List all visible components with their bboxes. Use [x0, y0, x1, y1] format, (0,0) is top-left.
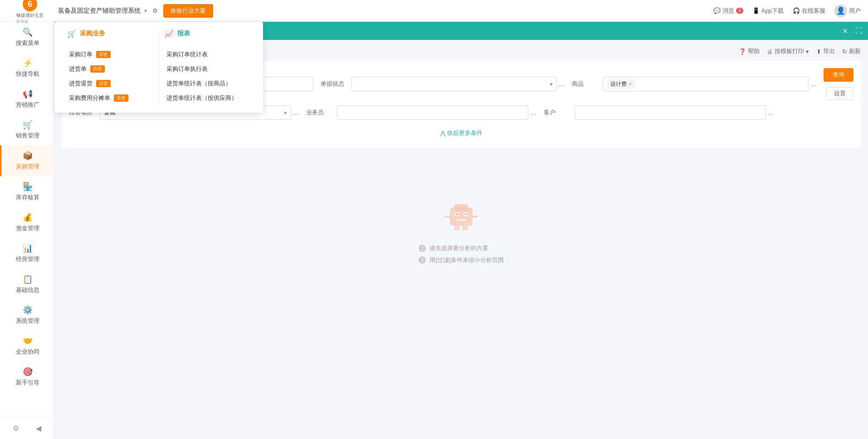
svg-rect-1 [454, 204, 468, 212]
sidebar-item-sys-mgmt[interactable]: ⚙️ 系统管理 [0, 300, 54, 330]
settings-button[interactable]: 设置 [826, 87, 853, 100]
document-status-dots[interactable]: ... [559, 80, 565, 88]
sidebar-bottom: ⚙ ◀ [0, 417, 54, 439]
menu-item-label: 采购订单 [69, 50, 93, 59]
notifications-action[interactable]: 💬 消息 9 [713, 7, 743, 15]
industry-button[interactable]: 体验行业方案 [163, 4, 213, 18]
sidebar-item-label: 资金管理 [16, 224, 39, 232]
sidebar-item-purchase[interactable]: 📦 采购管理 [0, 145, 54, 176]
menu-item-order-exec[interactable]: 采购订单执行表 [165, 62, 251, 76]
salesperson-dots[interactable]: ... [530, 109, 536, 117]
target-icon: 🎯 [23, 367, 33, 377]
sidebar-item-sales[interactable]: 🛒 销售管理 [0, 114, 54, 145]
sidebar-item-base-info[interactable]: 📋 基础信息 [0, 269, 54, 300]
sidebar-item-search-menu[interactable]: 🔍 搜索菜单 [0, 22, 54, 53]
sidebar-item-inventory[interactable]: 🏪 库存核算 [0, 176, 54, 207]
document-status-select[interactable]: ▾ [351, 77, 557, 91]
svg-rect-6 [457, 219, 466, 221]
filter-salesperson: 业务员 ... [306, 105, 536, 120]
online-service-action[interactable]: 🎧 在线客服 [793, 7, 825, 15]
store-icon: 🏪 [23, 182, 33, 192]
chevron-down-icon[interactable]: ▾ [144, 8, 147, 14]
system-title-area: 装备及固定资产辅助管理系统 ▾ ⚙ 体验行业方案 [58, 4, 708, 18]
headset-icon: 🎧 [793, 7, 800, 14]
print-dropdown-icon: ▾ [806, 48, 809, 55]
customer-dots[interactable]: ... [768, 109, 774, 117]
sidebar-item-operations[interactable]: 📊 经营管理 [0, 238, 54, 269]
print-template-action[interactable]: 🖨 按模板打印 ▾ [767, 47, 809, 55]
help-action[interactable]: ❓ 帮助 [739, 47, 760, 55]
app-download-action[interactable]: 📱 App下载 [752, 7, 784, 15]
goods-label: 商品 [572, 80, 599, 88]
filter-document-status: 单据状态 ▾ ... [321, 77, 565, 91]
tip-num-2: 2 [419, 256, 426, 264]
customer-label: 客户 [544, 109, 571, 117]
tab-maximize-icon[interactable]: ⛶ [853, 25, 864, 37]
svg-point-4 [456, 213, 458, 215]
query-button[interactable]: 查询 [824, 68, 853, 82]
export-action[interactable]: ⬆ 导出 [816, 47, 835, 55]
purchase-dropdown-menu: 🛒 采购业务 采购订单 历史 进货单 历史 进货退货 历史 采购费用分摊单 历史… [54, 22, 263, 113]
salesperson-input[interactable] [337, 105, 528, 120]
sidebar-item-quick-nav[interactable]: ⚡ 快捷导航 [0, 53, 54, 84]
user-action[interactable]: 👤 用户 [834, 5, 861, 17]
chevron-down-icon: ▾ [550, 81, 553, 88]
menu-item-purchase-order[interactable]: 采购订单 历史 [67, 47, 153, 62]
header-right: 💬 消息 9 📱 App下载 🎧 在线客服 👤 用户 [713, 5, 861, 17]
filter-collapse-btn[interactable]: ⋀ 收起更多条件 [69, 125, 853, 141]
tip-1-text: 请先选择要分析的方案 [429, 244, 488, 252]
sidebar-settings-icon[interactable]: ⚙ [11, 422, 21, 434]
phone-icon: 📱 [752, 7, 760, 14]
sidebar-item-label: 采购管理 [16, 163, 39, 171]
goods-dots[interactable]: ... [810, 80, 816, 88]
sidebar: 🔍 搜索菜单 ⚡ 快捷导航 📢 营销推广 🛒 销售管理 📦 采购管理 🏪 库存核… [0, 22, 54, 439]
empty-illustration [439, 192, 484, 237]
sidebar-item-marketing[interactable]: 📢 营销推广 [0, 84, 54, 114]
menu-item-purchase-cost[interactable]: 采购费用分摊单 历史 [67, 91, 153, 105]
purchase-business-section: 🛒 采购业务 采购订单 历史 进货单 历史 进货退货 历史 采购费用分摊单 历史 [62, 29, 159, 105]
settings-icon-btn[interactable]: ⚙ [151, 5, 160, 16]
chart-icon: 📊 [23, 243, 33, 253]
sidebar-item-finance[interactable]: 💰 资金管理 [0, 207, 54, 238]
box-icon: 📦 [23, 151, 33, 161]
filter-goods: 商品 设计费 × ... [572, 77, 816, 91]
menu-item-label: 进货单统计表（按供应商） [166, 94, 237, 102]
history-badge: 历史 [96, 80, 111, 87]
export-label: 导出 [823, 47, 835, 55]
query-btn-area: 查询 设置 [824, 68, 853, 100]
refresh-action[interactable]: ↻ 刷新 [842, 47, 861, 55]
tip-num-1: 1 [419, 245, 426, 252]
menu-item-purchase-return[interactable]: 进货退货 历史 [67, 76, 153, 91]
goods-tag-remove[interactable]: × [629, 81, 632, 87]
menu-item-order-stats[interactable]: 采购订单统计表 [165, 47, 251, 62]
filter-customer: 客户 ... [544, 105, 774, 120]
menu-item-label: 采购订单执行表 [166, 65, 208, 73]
sidebar-collapse-icon[interactable]: ◀ [34, 422, 43, 434]
sidebar-item-label: 快捷导航 [16, 70, 39, 78]
menu-item-receipt-stats-supplier[interactable]: 进货单统计表（按供应商） [165, 91, 251, 105]
sidebar-item-label: 系统管理 [16, 317, 39, 325]
chevron-down-icon: ▾ [284, 109, 287, 116]
menu-item-purchase-receipt[interactable]: 进货单 历史 [67, 62, 153, 76]
menu-item-label: 采购订单统计表 [166, 50, 208, 59]
menu-item-label: 进货单统计表（按商品） [166, 79, 231, 88]
clipboard-icon: 📋 [23, 274, 33, 284]
sidebar-item-label: 搜索菜单 [16, 39, 39, 47]
help-icon: ❓ [739, 48, 746, 55]
handshake-icon: 🤝 [23, 336, 33, 346]
tab-close-all-icon[interactable]: ✕ [840, 25, 850, 37]
rank-item-dots[interactable]: ... [293, 109, 299, 117]
refresh-label: 刷新 [849, 47, 861, 55]
tab-bar-actions: ✕ ⛶ [840, 25, 864, 37]
empty-tip-1: 1 请先选择要分析的方案 [419, 244, 503, 252]
cart-icon: 🛒 [23, 120, 33, 130]
goods-input-area[interactable]: 设计费 × [603, 77, 808, 91]
sidebar-item-label: 新手引导 [16, 379, 39, 387]
empty-state: 1 请先选择要分析的方案 2 用[过滤]条件来缩小分析范围 [62, 155, 861, 301]
reports-section-icon: 📈 [165, 29, 174, 38]
sidebar-item-enterprise[interactable]: 🤝 企业协同 [0, 330, 54, 361]
customer-input[interactable] [575, 105, 766, 120]
sidebar-item-beginner[interactable]: 🎯 新手引导 [0, 361, 54, 392]
money-icon: 💰 [23, 212, 33, 222]
menu-item-receipt-stats-goods[interactable]: 进货单统计表（按商品） [165, 76, 251, 91]
